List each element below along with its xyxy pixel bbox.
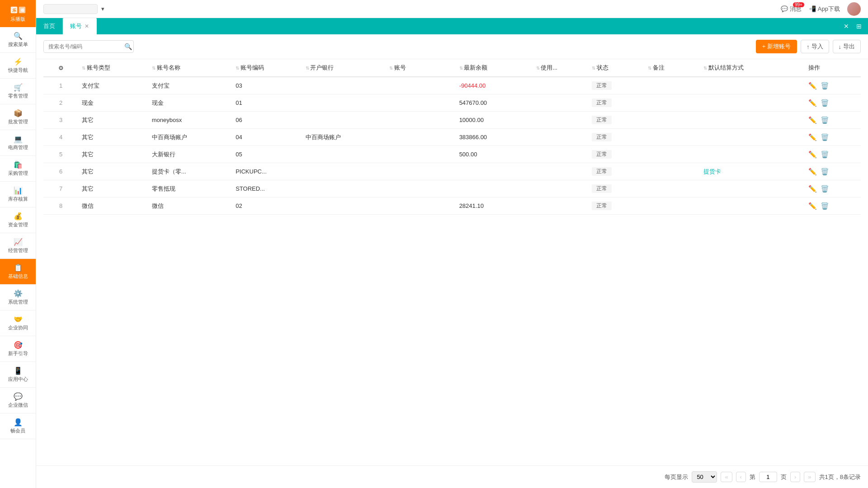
sidebar-item-quick-nav[interactable]: ⚡ 快捷导航 <box>0 53 36 79</box>
row-account <box>386 197 456 215</box>
delete-icon[interactable]: 🗑️ <box>821 168 829 176</box>
tab-account-close[interactable]: ✕ <box>85 23 89 29</box>
sidebar-item-enterprise-wechat[interactable]: 💬 企业微信 <box>0 388 36 413</box>
top-header: ▾ 💬 消息 99+ 📲 App下载 <box>36 0 868 18</box>
app-download-button[interactable]: 📲 App下载 <box>809 5 840 13</box>
edit-icon[interactable]: ✏️ <box>808 185 817 193</box>
delete-icon[interactable]: 🗑️ <box>821 82 829 90</box>
search-input[interactable] <box>44 41 121 52</box>
col-header-status[interactable]: 状态 <box>588 59 644 77</box>
sidebar-item-new-guide[interactable]: 🎯 新手引导 <box>0 336 36 362</box>
row-actions: ✏️ 🗑️ <box>805 180 861 197</box>
status-badge: 正常 <box>592 167 612 176</box>
message-button[interactable]: 💬 消息 99+ <box>781 5 802 13</box>
page-size-select[interactable]: 50 100 200 <box>692 471 717 483</box>
tab-maximize-btn[interactable]: ⊞ <box>854 22 864 31</box>
first-page-button[interactable]: « <box>721 472 732 482</box>
sidebar-item-ecommerce-mgmt[interactable]: 💻 电商管理 <box>0 130 36 156</box>
row-balance: 10000.00 <box>456 112 533 129</box>
top-search-input[interactable] <box>43 4 98 14</box>
sidebar-item-finance-mgmt[interactable]: 💰 资金管理 <box>0 207 36 233</box>
delete-icon[interactable]: 🗑️ <box>821 99 829 107</box>
delete-icon[interactable]: 🗑️ <box>821 133 829 141</box>
edit-icon[interactable]: ✏️ <box>808 99 817 107</box>
col-header-code[interactable]: 账号编码 <box>232 59 302 77</box>
delete-icon[interactable]: 🗑️ <box>821 116 829 124</box>
search-button[interactable]: 🔍 <box>121 41 134 52</box>
row-use <box>533 146 589 163</box>
row-actions: ✏️ 🗑️ <box>805 94 861 112</box>
sidebar-item-app-center[interactable]: 📱 应用中心 <box>0 362 36 388</box>
sidebar-item-inventory-calc[interactable]: 📊 库存核算 <box>0 182 36 207</box>
col-header-bank[interactable]: 开户银行 <box>302 59 386 77</box>
row-status: 正常 <box>588 163 644 180</box>
edit-icon[interactable]: ✏️ <box>808 116 817 124</box>
sidebar-item-wholesale-mgmt[interactable]: 📦 批发管理 <box>0 104 36 130</box>
row-name: 现金 <box>148 94 232 112</box>
row-index: 4 <box>43 129 78 146</box>
col-header-default[interactable]: 默认结算方式 <box>700 59 805 77</box>
col-header-type[interactable]: 账号类型 <box>78 59 148 77</box>
status-badge: 正常 <box>592 184 612 193</box>
col-header-name[interactable]: 账号名称 <box>148 59 232 77</box>
row-type: 现金 <box>78 94 148 112</box>
delete-icon[interactable]: 🗑️ <box>821 150 829 159</box>
tab-close-btn[interactable]: ✕ <box>841 22 852 31</box>
export-button[interactable]: ↓ 导出 <box>833 40 861 53</box>
row-status: 正常 <box>588 94 644 112</box>
edit-icon[interactable]: ✏️ <box>808 168 817 176</box>
tab-bar: 首页 账号 ✕ ✕ ⊞ <box>36 18 868 34</box>
edit-icon[interactable]: ✏️ <box>808 133 817 141</box>
sidebar-item-purchase-mgmt[interactable]: 🛍️ 采购管理 <box>0 156 36 182</box>
delete-icon[interactable]: 🗑️ <box>821 202 829 210</box>
col-header-remark[interactable]: 备注 <box>644 59 700 77</box>
row-balance <box>456 180 533 197</box>
col-header-settings[interactable]: ⚙ <box>43 59 78 77</box>
tab-account[interactable]: 账号 ✕ <box>63 18 97 34</box>
delete-icon[interactable]: 🗑️ <box>821 185 829 193</box>
row-use <box>533 163 589 180</box>
row-bank <box>302 94 386 112</box>
edit-icon[interactable]: ✏️ <box>808 150 817 159</box>
table-row: 6 其它 提货卡（零... PICKUPC... 正常 提货卡 ✏️ 🗑️ <box>43 163 861 180</box>
sidebar-item-member[interactable]: 👤 畅会员 <box>0 413 36 439</box>
edit-icon[interactable]: ✏️ <box>808 82 817 90</box>
sidebar-item-retail-mgmt[interactable]: 🛒 零售管理 <box>0 79 36 104</box>
prev-page-button[interactable]: ‹ <box>736 472 746 482</box>
row-index: 7 <box>43 180 78 197</box>
row-actions: ✏️ 🗑️ <box>805 146 861 163</box>
sidebar-item-basic-info[interactable]: 📋 基础信息 <box>0 259 36 285</box>
tab-home[interactable]: 首页 <box>36 18 63 34</box>
sidebar-item-ops-mgmt[interactable]: 📈 经营管理 <box>0 233 36 259</box>
import-label: 导入 <box>811 42 823 51</box>
user-avatar[interactable] <box>847 2 861 16</box>
row-default-settlement <box>700 180 805 197</box>
row-remark <box>644 129 700 146</box>
header-dropdown[interactable]: ▾ <box>101 5 104 12</box>
quick-nav-icon: ⚡ <box>14 57 23 66</box>
row-type: 微信 <box>78 197 148 215</box>
page-number-input[interactable] <box>759 472 777 482</box>
row-type: 其它 <box>78 146 148 163</box>
avatar-image <box>847 2 861 16</box>
col-header-use[interactable]: 使用... <box>533 59 589 77</box>
row-remark <box>644 163 700 180</box>
col-header-balance[interactable]: 最新余额 <box>456 59 533 77</box>
import-button[interactable]: ↑ 导入 <box>801 40 829 53</box>
status-badge: 正常 <box>592 133 612 141</box>
table-row: 2 现金 现金 01 547670.00 正常 ✏️ 🗑️ <box>43 94 861 112</box>
col-header-account[interactable]: 账号 <box>386 59 456 77</box>
pagination: 每页显示 50 100 200 « ‹ 第 页 › » 共1页，8条记录 <box>36 465 868 488</box>
row-code: 06 <box>232 112 302 129</box>
edit-icon[interactable]: ✏️ <box>808 202 817 210</box>
new-account-button[interactable]: + 新增账号 <box>756 40 797 53</box>
sidebar-item-system-mgmt[interactable]: ⚙️ 系统管理 <box>0 285 36 310</box>
sidebar-item-enterprise-agreement[interactable]: 🤝 企业协同 <box>0 310 36 336</box>
next-page-button[interactable]: › <box>790 472 800 482</box>
status-badge: 正常 <box>592 81 612 90</box>
row-bank <box>302 146 386 163</box>
last-page-button[interactable]: » <box>804 472 815 482</box>
sidebar-item-search-menu[interactable]: 🔍 搜索菜单 <box>0 27 36 53</box>
import-icon: ↑ <box>807 43 810 50</box>
row-remark <box>644 180 700 197</box>
